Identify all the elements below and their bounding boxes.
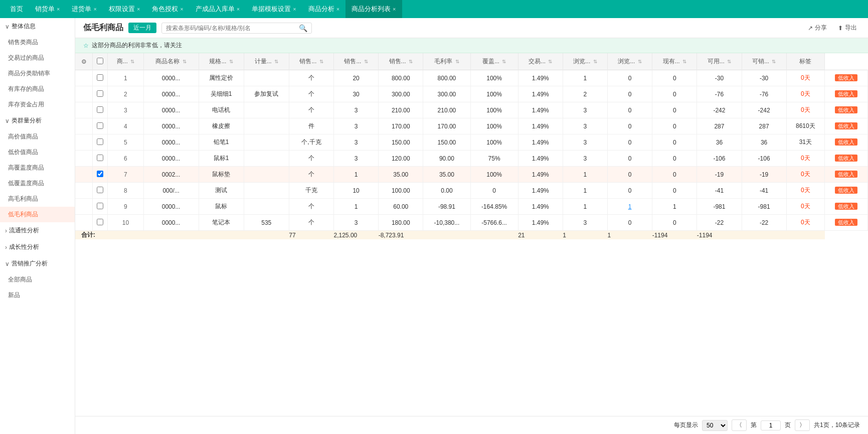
row-checkbox[interactable]: [97, 90, 103, 97]
sidebar-item-sales-products[interactable]: 销售类商品: [0, 35, 75, 50]
row-browse1[interactable]: 1: [607, 199, 652, 215]
sidebar-item-low-coverage[interactable]: 低覆盖度商品: [0, 176, 75, 191]
row-checkbox[interactable]: [97, 171, 103, 177]
row-browse2: 0: [652, 102, 697, 118]
nav-product-analysis-list[interactable]: 商品分析列表 ×: [345, 0, 402, 18]
sidebar-group-cluster[interactable]: ∨ 类群量分析: [0, 112, 75, 129]
row-checkbox-cell[interactable]: [93, 167, 108, 183]
col-saleable[interactable]: 可销... ⇅: [742, 53, 786, 70]
col-available[interactable]: 可用... ⇅: [697, 53, 742, 70]
prev-page-button[interactable]: 〈: [732, 419, 747, 431]
sidebar-item-new-products[interactable]: 新品: [0, 287, 75, 303]
nav-product-entry[interactable]: 产成品入库单 ×: [190, 0, 246, 18]
nav-home[interactable]: 首页: [4, 0, 29, 18]
row-checkbox-cell[interactable]: [93, 199, 108, 215]
sidebar-item-high-margin[interactable]: 高毛利商品: [0, 191, 75, 207]
row-num: 4: [108, 118, 143, 134]
col-spec[interactable]: 规格... ⇅: [199, 53, 244, 70]
col-browse1[interactable]: 浏览... ⇅: [563, 53, 607, 70]
close-icon[interactable]: ×: [393, 6, 396, 12]
total-stock-now: -1194: [652, 231, 697, 240]
sidebar-group-overview[interactable]: ∨ 整体信息: [0, 18, 75, 35]
close-icon[interactable]: ×: [293, 6, 296, 12]
row-checkbox-cell[interactable]: [93, 102, 108, 118]
nav-permissions[interactable]: 权限设置 ×: [103, 0, 146, 18]
row-browse2: 0: [652, 70, 697, 86]
row-checkbox-cell[interactable]: [93, 151, 108, 167]
sort-icon: ⇅: [593, 59, 597, 64]
row-checkbox-cell[interactable]: [93, 215, 108, 231]
next-page-button[interactable]: 〉: [795, 419, 810, 431]
sidebar-group-marketing[interactable]: ∨ 营销推广分析: [0, 255, 75, 272]
row-sales-qty: 10: [334, 183, 379, 199]
row-checkbox[interactable]: [97, 74, 103, 81]
col-settings[interactable]: ⚙: [75, 53, 93, 70]
close-icon[interactable]: ×: [57, 6, 60, 12]
row-checkbox[interactable]: [97, 219, 103, 225]
col-transaction[interactable]: 交易... ⇅: [518, 53, 563, 70]
page-input[interactable]: [761, 420, 781, 430]
col-sales-amt[interactable]: 销售... ⇅: [334, 53, 379, 70]
sidebar-item-high-coverage[interactable]: 高覆盖度商品: [0, 160, 75, 176]
sidebar-item-stock-capital[interactable]: 库存资金占用: [0, 97, 75, 112]
nav-template-settings[interactable]: 单据模板设置 ×: [246, 0, 302, 18]
col-sales-profit[interactable]: 销售... ⇅: [379, 53, 423, 70]
row-checkbox[interactable]: [97, 203, 103, 209]
sidebar-item-category-rate[interactable]: 商品分类助销率: [0, 66, 75, 81]
sidebar-item-high-value[interactable]: 高价值商品: [0, 129, 75, 144]
row-stock-now: -76: [697, 86, 742, 102]
row-checkbox-cell[interactable]: [93, 86, 108, 102]
export-button[interactable]: ⬆ 导出: [835, 22, 860, 34]
row-tag: 低收入: [825, 167, 868, 183]
sidebar-group-growth[interactable]: › 成长性分析: [0, 239, 75, 255]
nav-product-analysis[interactable]: 商品分析 ×: [302, 0, 345, 18]
col-unit[interactable]: 计量... ⇅: [244, 53, 289, 70]
close-icon[interactable]: ×: [336, 6, 339, 12]
row-checkbox-cell[interactable]: [93, 134, 108, 151]
row-checkbox[interactable]: [97, 138, 103, 145]
table-row: 4 0000... 橡皮擦 件 3 170.00 170.00 100% 1.4…: [75, 118, 868, 134]
sidebar-group-flow[interactable]: › 流通性分析: [0, 222, 75, 239]
row-checkbox[interactable]: [97, 155, 103, 161]
row-sales-profit: 0.00: [423, 183, 470, 199]
row-checkbox-cell[interactable]: [93, 118, 108, 134]
col-coverage[interactable]: 覆盖... ⇅: [470, 53, 518, 70]
row-gross-margin: 100%: [470, 167, 518, 183]
sidebar-item-traded-products[interactable]: 交易过的商品: [0, 50, 75, 66]
search-input[interactable]: [166, 25, 299, 32]
close-icon[interactable]: ×: [137, 6, 140, 12]
nav-role-auth[interactable]: 角色授权 ×: [146, 0, 189, 18]
settings-icon[interactable]: ⚙: [81, 58, 87, 65]
share-button[interactable]: ↗ 分享: [805, 22, 830, 34]
row-checkbox[interactable]: [97, 187, 103, 193]
table-row: 10 0000... 笔记本 535 个 3 180.00 -10,380...…: [75, 215, 868, 231]
close-icon[interactable]: ×: [237, 6, 240, 12]
close-icon[interactable]: ×: [93, 6, 96, 12]
row-checkbox[interactable]: [97, 106, 103, 113]
row-tag: 低收入: [825, 183, 868, 199]
sidebar-item-low-value[interactable]: 低价值商品: [0, 144, 75, 160]
col-stock-now[interactable]: 现有... ⇅: [652, 53, 697, 70]
row-checkbox-cell[interactable]: [93, 183, 108, 199]
col-gross-margin[interactable]: 毛利率 ⇅: [423, 53, 470, 70]
row-code: 0000...: [143, 199, 199, 215]
close-icon[interactable]: ×: [180, 6, 183, 12]
nav-purchase[interactable]: 进货单 ×: [66, 0, 102, 18]
time-filter-button[interactable]: 近一月: [128, 23, 156, 33]
col-code[interactable]: 商... ⇅: [108, 53, 143, 70]
sidebar-item-in-stock[interactable]: 有库存的商品: [0, 81, 75, 97]
row-checkbox[interactable]: [97, 122, 103, 129]
sidebar-item-low-margin[interactable]: 低毛利商品: [0, 207, 75, 222]
nav-sales[interactable]: 销货单 ×: [29, 0, 66, 18]
per-page-select[interactable]: 10 20 50 100: [702, 420, 728, 431]
row-checkbox-cell[interactable]: [93, 70, 108, 86]
search-icon[interactable]: 🔍: [299, 24, 307, 32]
row-transaction: 3: [563, 102, 607, 118]
row-settings: [75, 215, 93, 231]
col-sales-qty[interactable]: 销售... ⇅: [289, 53, 333, 70]
col-name[interactable]: 商品名称 ⇅: [143, 53, 199, 70]
sidebar-item-all-products[interactable]: 全部商品: [0, 272, 75, 287]
col-browse2[interactable]: 浏览... ⇅: [607, 53, 652, 70]
select-all-checkbox[interactable]: [97, 58, 103, 64]
sidebar-collapse-button[interactable]: «: [75, 185, 75, 200]
